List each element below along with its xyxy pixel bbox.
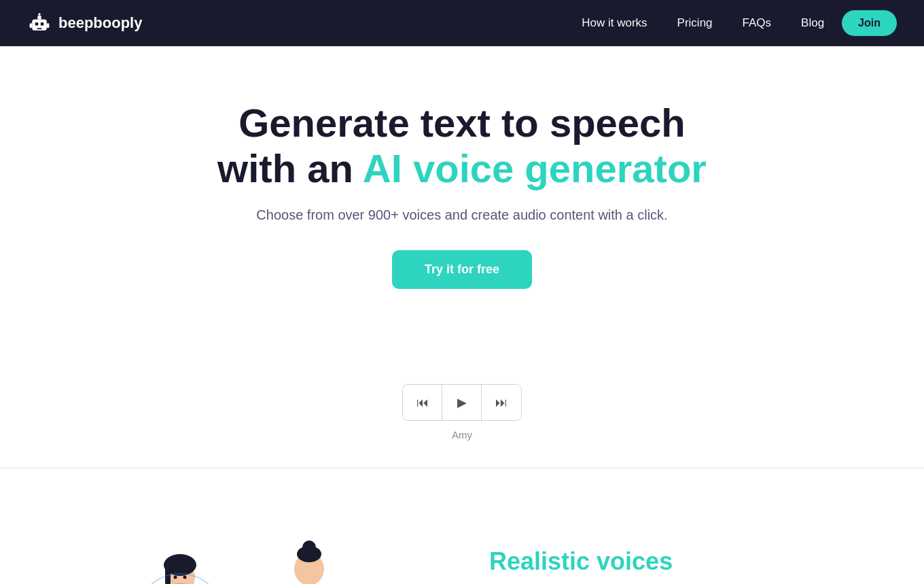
skip-back-button[interactable]: ⏮	[403, 385, 442, 420]
person-illustration-2	[255, 509, 363, 584]
robot-icon	[27, 11, 52, 35]
nav-faqs[interactable]: FAQs	[730, 11, 784, 35]
skip-back-icon: ⏮	[416, 396, 429, 410]
player-voice-label: Amy	[452, 429, 472, 441]
play-button[interactable]: ▶	[442, 385, 482, 420]
person-illustration-1	[126, 523, 234, 584]
try-free-button[interactable]: Try it for free	[392, 250, 532, 289]
navbar: beepbooply How it works Pricing FAQs Blo…	[0, 0, 924, 46]
join-button[interactable]: Join	[842, 10, 897, 36]
nav-how-it-works[interactable]: How it works	[569, 11, 659, 35]
nav-links: How it works Pricing FAQs Blog Join	[569, 10, 897, 36]
features-section: Realistic voices Use cutting-edge AI voi…	[0, 468, 924, 584]
features-text: Realistic voices Use cutting-edge AI voi…	[489, 547, 870, 584]
player-section: ⏮ ▶ ⏭ Amy	[0, 343, 924, 468]
svg-point-14	[183, 576, 187, 579]
play-icon: ▶	[457, 395, 467, 410]
features-title: Realistic voices	[489, 547, 870, 576]
hero-title: Generate text to speech with an AI voice…	[14, 101, 910, 191]
illustration-group-1	[126, 523, 234, 584]
player-controls: ⏮ ▶ ⏭	[402, 384, 522, 421]
features-illustration	[54, 509, 435, 584]
skip-forward-button[interactable]: ⏭	[482, 385, 521, 420]
hero-content: Generate text to speech with an AI voice…	[0, 46, 924, 316]
svg-rect-3	[37, 28, 41, 29]
svg-point-13	[174, 576, 177, 579]
brand-name: beepbooply	[58, 14, 142, 32]
brand-logo[interactable]: beepbooply	[27, 11, 142, 35]
hero-title-line1: Generate text to speech	[238, 101, 686, 145]
svg-rect-2	[41, 22, 44, 26]
nav-pricing[interactable]: Pricing	[665, 11, 725, 35]
hero-title-line2-prefix: with an	[217, 146, 363, 190]
hero-subtitle: Choose from over 900+ voices and create …	[14, 207, 910, 223]
illustration-group-2	[255, 509, 363, 584]
svg-point-28	[302, 540, 316, 554]
svg-rect-8	[47, 23, 50, 28]
svg-rect-1	[35, 22, 39, 26]
skip-forward-icon: ⏭	[495, 396, 508, 410]
svg-rect-7	[30, 23, 33, 28]
hero-title-highlight: AI voice generator	[363, 146, 707, 190]
svg-point-6	[38, 13, 41, 16]
hero-section: Generate text to speech with an AI voice…	[0, 0, 924, 343]
nav-blog[interactable]: Blog	[789, 11, 836, 35]
